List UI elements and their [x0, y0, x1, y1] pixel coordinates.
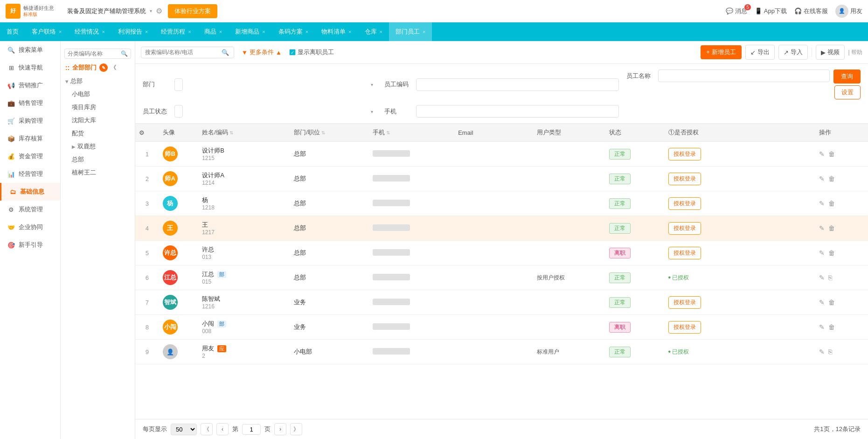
query-button[interactable]: 查询 [833, 70, 861, 84]
auth-button[interactable]: 授权登录 [668, 321, 701, 334]
edit-icon[interactable]: ✎ [819, 249, 825, 257]
search-input[interactable] [145, 49, 220, 56]
delete-icon[interactable]: 🗑 [828, 299, 835, 306]
delete-icon[interactable]: 🗑 [828, 323, 835, 331]
emp-code-input[interactable] [416, 78, 618, 91]
close-icon[interactable]: × [423, 29, 425, 35]
edit-icon[interactable]: ✎ [819, 175, 825, 182]
sidebar-item-finance[interactable]: 💰 资金管理 [0, 147, 60, 165]
system-dropdown-arrow[interactable]: ▾ [150, 8, 152, 14]
edit-icon[interactable]: ✎ [819, 150, 825, 158]
dept-node-peihuo[interactable]: 配货 [61, 127, 135, 140]
delete-icon[interactable]: 🗑 [828, 224, 835, 232]
close-icon[interactable]: × [306, 29, 308, 35]
sidebar-item-purchase[interactable]: 🛒 采购管理 [0, 112, 60, 130]
dept-node-xiaodibu[interactable]: 小电部 [61, 88, 135, 101]
dept-collapse-icon[interactable]: 《 [111, 64, 116, 72]
close-icon[interactable]: × [188, 29, 191, 35]
message-button[interactable]: 💬 消息 5 [726, 7, 747, 15]
delete-icon[interactable]: 🗑 [828, 249, 835, 257]
tab-customer[interactable]: 客户联络× [25, 22, 68, 41]
dept-select[interactable] [174, 78, 183, 91]
prev-page-button[interactable]: ‹ [216, 423, 229, 435]
user-menu[interactable]: 👤 用友 [835, 5, 862, 18]
phone-input[interactable] [416, 105, 618, 118]
tab-barcode[interactable]: 条码方案× [272, 22, 315, 41]
search-icon[interactable]: 🔍 [222, 49, 229, 56]
auth-button[interactable]: 授权登录 [668, 296, 701, 309]
tab-business[interactable]: 经营情况× [68, 22, 111, 41]
export-button[interactable]: ↙ 导出 [745, 45, 775, 60]
edit-icon[interactable]: ✎ [819, 200, 825, 207]
tab-goods[interactable]: 商品× [198, 22, 229, 41]
close-icon[interactable]: × [59, 29, 62, 35]
tab-history[interactable]: 经营历程× [154, 22, 197, 41]
col-phone[interactable]: 手机 [369, 124, 454, 142]
gear-icon[interactable]: ⚙ [156, 7, 162, 15]
close-icon[interactable]: × [219, 29, 222, 35]
dept-edit-icon[interactable]: ✎ [99, 63, 108, 72]
dept-search-icon[interactable]: 🔍 [121, 50, 128, 57]
emp-status-select[interactable] [174, 105, 183, 118]
sidebar-item-guide[interactable]: 🎯 新手引导 [0, 236, 60, 254]
app-download-button[interactable]: 📱 App下载 [755, 7, 787, 15]
online-service-button[interactable]: 🎧 在线客服 [794, 7, 828, 15]
edit-icon[interactable]: ✎ [819, 274, 825, 281]
tab-warehouse[interactable]: 仓库× [358, 22, 389, 41]
tab-home[interactable]: 首页 [0, 22, 25, 41]
delete-icon[interactable]: 🗑 [828, 200, 835, 207]
auth-button[interactable]: 授权登录 [668, 197, 701, 210]
copy-icon[interactable]: ⎘ [828, 348, 832, 355]
close-icon[interactable]: × [348, 29, 351, 35]
tab-profit[interactable]: 利润报告× [111, 22, 154, 41]
add-employee-button[interactable]: + 新增员工 [701, 45, 741, 59]
edit-icon[interactable]: ✎ [819, 323, 825, 331]
delete-icon[interactable]: 🗑 [828, 150, 835, 158]
dept-node-xiangsiku[interactable]: 项目库房 [61, 101, 135, 114]
dept-node-headquarters[interactable]: ▾ 总部 [61, 75, 135, 88]
close-icon[interactable]: × [102, 29, 104, 35]
page-number-input[interactable] [242, 424, 261, 435]
sidebar-item-system[interactable]: ⚙ 系统管理 [0, 201, 60, 218]
sidebar-item-inventory[interactable]: 📦 库存核算 [0, 130, 60, 147]
sidebar-item-management[interactable]: 📊 经营管理 [0, 165, 60, 183]
auth-button[interactable]: 授权登录 [668, 173, 701, 185]
col-name[interactable]: 姓名/编码 [198, 124, 290, 142]
auth-button[interactable]: 授权登录 [668, 148, 701, 160]
dept-all-item[interactable]: :: 全部部门 ✎ 《 [61, 61, 135, 75]
dept-node-zhishu[interactable]: 植树王二 [61, 166, 135, 179]
dept-node-zongbu[interactable]: 总部 [61, 153, 135, 166]
first-page-button[interactable]: 《 [201, 423, 213, 435]
sidebar-item-quicknav[interactable]: ⊞ 快速导航 [0, 59, 60, 77]
tab-bom[interactable]: 物料清单× [315, 22, 358, 41]
emp-name-input[interactable] [658, 70, 830, 82]
delete-icon[interactable]: 🗑 [828, 175, 835, 182]
sidebar-item-marketing[interactable]: 📢 营销推广 [0, 77, 60, 94]
page-size-select[interactable]: 50 100 [171, 424, 197, 435]
show-resign-checkbox[interactable]: ✓ 显示离职员工 [289, 48, 334, 56]
edit-icon[interactable]: ✎ [819, 299, 825, 306]
auth-button[interactable]: 授权登录 [668, 222, 701, 235]
dept-node-shuanglu[interactable]: ▶ 双鹿想 [61, 140, 135, 153]
help-button[interactable]: | 帮助 [848, 49, 862, 56]
tab-dept-employee[interactable]: 部门员工× [389, 22, 432, 41]
edit-icon[interactable]: ✎ [819, 224, 825, 232]
more-filter-button[interactable]: ▼ 更多条件 ▲ [238, 46, 285, 58]
edit-icon[interactable]: ✎ [819, 348, 825, 355]
video-button[interactable]: ▶ 视频 [816, 45, 845, 60]
sidebar-item-collab[interactable]: 🤝 企业协同 [0, 218, 60, 236]
dept-search-input[interactable] [68, 50, 121, 57]
next-page-button[interactable]: › [274, 423, 286, 435]
import-button[interactable]: ↗ 导入 [778, 45, 808, 60]
copy-icon[interactable]: ⎘ [828, 274, 832, 281]
dept-node-shenyang[interactable]: 沈阳大库 [61, 114, 135, 127]
close-icon[interactable]: × [262, 29, 265, 35]
sidebar-item-basicinfo[interactable]: 🗂 基础信息 [0, 183, 60, 201]
sidebar-item-sales[interactable]: 💼 销售管理 [0, 94, 60, 112]
close-icon[interactable]: × [145, 29, 148, 35]
col-settings[interactable]: ⚙ [135, 124, 159, 142]
close-icon[interactable]: × [380, 29, 382, 35]
col-dept[interactable]: 部门/职位 [290, 124, 369, 142]
auth-button[interactable]: 授权登录 [668, 247, 701, 259]
sidebar-item-search[interactable]: 🔍 搜索菜单 [0, 41, 60, 59]
